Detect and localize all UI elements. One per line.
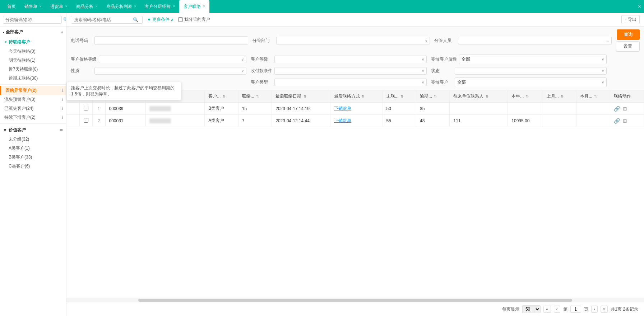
valued-edit-icon[interactable]: ✏: [60, 128, 63, 133]
sidebar-valued-customer[interactable]: ▼ 价值客户 ✏: [0, 125, 66, 135]
table-area[interactable]: ⚙ 客户编码 ⇅ 客户名称 ⇅: [66, 90, 644, 298]
sidebar-search-icon[interactable]: 🔍: [63, 17, 66, 22]
sidebar-waiting-contact[interactable]: ▼ 待联络客户: [0, 37, 66, 47]
price-grade-select[interactable]: ∨: [99, 56, 246, 63]
payment-select[interactable]: ∨: [274, 67, 426, 75]
customer-type-select[interactable]: ∨: [274, 79, 426, 86]
col-type-sort[interactable]: ⇅: [223, 94, 226, 98]
nav-purchase-label: 进货单: [50, 0, 63, 13]
col-overdue-label: 逾期...: [420, 94, 432, 99]
manager-select[interactable]: …: [458, 37, 612, 44]
first-page-btn[interactable]: «: [543, 306, 551, 313]
sidebar-overdue-contact[interactable]: 逾期未联络(30): [0, 74, 66, 83]
row1-checkbox[interactable]: [84, 106, 88, 110]
retail-customer-select[interactable]: 全部 ∨: [455, 77, 607, 87]
prev-page-btn[interactable]: ‹: [554, 306, 560, 313]
nav-purchase[interactable]: 进货单 ×: [46, 0, 72, 13]
row2-action-link-icon[interactable]: 🔗: [614, 118, 620, 124]
nav-purchase-close[interactable]: ×: [65, 0, 68, 13]
close-all-tabs[interactable]: ×: [638, 3, 641, 10]
my-customers-wrap[interactable]: 我分管的客户: [178, 16, 210, 23]
customer-type-label: 客户类型: [251, 79, 272, 85]
scrollbar-thumb[interactable]: [138, 299, 572, 302]
col-last-way-sort[interactable]: ⇅: [362, 94, 365, 98]
sidebar-b-class[interactable]: B类客户(33): [0, 153, 66, 162]
next-page-btn[interactable]: ›: [591, 306, 598, 313]
row1-action-link-icon[interactable]: 🔗: [614, 106, 620, 112]
col-uncontacted-sort[interactable]: ⇅: [400, 94, 403, 98]
horizontal-scrollbar[interactable]: [66, 298, 644, 302]
dept-label: 分管部门: [252, 38, 274, 44]
dept-select[interactable]: ∨: [276, 37, 430, 44]
row1-this-month: [576, 103, 610, 115]
sidebar-search-input[interactable]: [3, 16, 62, 24]
phone-input[interactable]: [94, 36, 248, 45]
col-contact-person-sort[interactable]: ⇅: [486, 94, 488, 98]
row2-contact-person: 111: [450, 115, 508, 127]
continuous-down-info-icon[interactable]: ℹ: [62, 115, 63, 120]
per-page-select[interactable]: 50 20 100: [522, 305, 541, 313]
sidebar-lost-risk[interactable]: 流失预警客户(3) ℹ: [0, 95, 66, 104]
nav-analysis[interactable]: 商品分析 ×: [72, 0, 102, 13]
search-icon[interactable]: 🔍: [133, 17, 138, 22]
col-contact-sort[interactable]: ⇅: [256, 94, 259, 98]
sidebar-today-contact[interactable]: 今天待联络(0): [0, 47, 66, 56]
customer-grade-select[interactable]: ∨: [274, 56, 426, 63]
col-last-way-label: 最后联络方式: [334, 94, 360, 99]
sidebar-tomorrow-contact[interactable]: 明天待联络(1): [0, 56, 66, 65]
my-customers-checkbox[interactable]: [178, 17, 183, 22]
nav-segment[interactable]: 客户分层经营 ×: [140, 0, 179, 13]
nav-home[interactable]: 首页: [3, 0, 20, 13]
nav-contact[interactable]: 客户联络 ×: [179, 0, 209, 13]
status-arrow: ∨: [602, 69, 604, 73]
abnormal-info-icon[interactable]: ℹ: [62, 88, 63, 93]
last-page-btn[interactable]: »: [601, 306, 608, 313]
search-input[interactable]: [74, 17, 131, 22]
already-lost-info-icon[interactable]: ℹ: [62, 106, 63, 111]
query-button[interactable]: 查询: [617, 29, 640, 40]
nav-segment-close[interactable]: ×: [173, 0, 175, 13]
sidebar-abnormal-repurchase[interactable]: 回购异常客户(2) ℹ: [0, 86, 66, 95]
row1-contact: 15: [238, 103, 272, 115]
row2-name-blurred: [149, 118, 171, 123]
export-icon: ↑: [625, 17, 627, 22]
nature-select[interactable]: ∨: [94, 67, 246, 75]
sidebar-collapse-btn[interactable]: «: [61, 30, 63, 34]
nav-analysis-close[interactable]: ×: [96, 0, 98, 13]
export-btn[interactable]: ↑ 导出: [621, 15, 640, 24]
page-number-input[interactable]: [570, 306, 581, 313]
col-this-year-sort[interactable]: ⇅: [526, 94, 529, 98]
nav-analysis-list-close[interactable]: ×: [134, 0, 136, 13]
row2-checkbox[interactable]: [84, 118, 88, 123]
col-last-month-sort[interactable]: ⇅: [561, 94, 564, 98]
sidebar-week-contact[interactable]: 近7天待联络(0): [0, 65, 66, 74]
nav-analysis-list[interactable]: 商品分析列表 ×: [102, 0, 141, 13]
sidebar-ungroup[interactable]: 未分组(32): [0, 135, 66, 144]
sidebar-continuous-down[interactable]: 持续下滑客户(2) ℹ: [0, 113, 66, 122]
sidebar-c-class[interactable]: C类客户(6): [0, 162, 66, 171]
retail-attr-select[interactable]: 全部 ∨: [459, 55, 607, 64]
sidebar-a-class[interactable]: A类客户(1): [0, 144, 66, 153]
continuous-down-label: 持续下滑客户(2): [4, 114, 36, 121]
col-last-date-sort[interactable]: ⇅: [304, 94, 306, 98]
lost-risk-info-icon[interactable]: ℹ: [62, 97, 63, 102]
main-layout: 🔍 ▪ 全部客户 « ▼ 待联络客户 今天待联络(0) 明天待联络(1) 近7天…: [0, 13, 644, 316]
col-overdue-sort[interactable]: ⇅: [434, 94, 437, 98]
filter-payment: 收付款条件 ∨: [251, 67, 426, 75]
row1-action-more-icon[interactable]: ⊞: [623, 106, 627, 112]
nav-sales-close[interactable]: ×: [40, 0, 42, 13]
set-button[interactable]: 设置: [616, 41, 640, 52]
row2-last-way: 下销货单: [330, 115, 383, 127]
status-select[interactable]: ∨: [455, 67, 607, 75]
retail-attr-arrow: ∨: [602, 57, 604, 61]
more-conditions-btn[interactable]: ▼ 更多条件 ∧: [147, 16, 174, 23]
sidebar-already-lost[interactable]: 已流失客户(24) ℹ: [0, 104, 66, 113]
sidebar-all-customers[interactable]: ▪ 全部客户 «: [0, 27, 66, 37]
col-this-month-sort[interactable]: ⇅: [594, 94, 597, 98]
nav-contact-close[interactable]: ×: [203, 0, 205, 13]
nav-sales[interactable]: 销售单 ×: [20, 0, 46, 13]
row2-action-more-icon[interactable]: ⊞: [623, 118, 627, 124]
nav-contact-label: 客户联络: [184, 0, 201, 13]
row1-last-way-link[interactable]: 下销货单: [334, 106, 351, 111]
row2-last-way-link[interactable]: 下销货单: [334, 118, 351, 123]
